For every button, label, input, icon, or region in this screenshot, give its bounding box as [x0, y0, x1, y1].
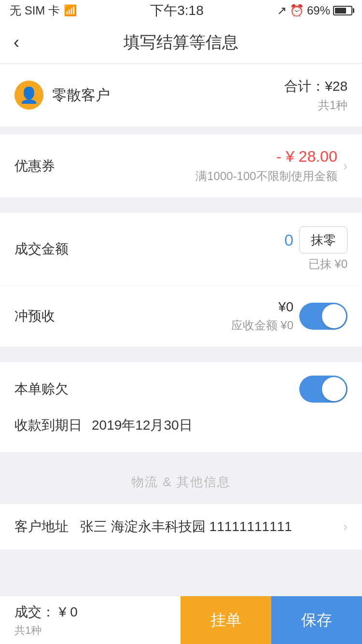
address-value: 张三 海淀永丰科技园 11111111111: [80, 518, 343, 536]
address-label: 客户地址: [14, 518, 69, 536]
transaction-right: 抹零 已抹 ¥0: [255, 226, 348, 272]
battery-icon: [333, 6, 352, 15]
due-date-value: 2019年12月30日: [92, 416, 193, 434]
bottom-transaction-amount: ¥ 0: [59, 604, 78, 619]
battery-percent: 69%: [307, 4, 330, 17]
content: 👤 零散客户 合计：¥28 共1种 优惠券 - ¥ 28.00 满1000-10…: [0, 64, 362, 598]
wifi-icon: 📶: [64, 4, 77, 17]
prepayment-values: ¥0 应收金额 ¥0: [231, 299, 293, 333]
bottom-bar: 成交： ¥ 0 共1种 挂单 保存: [0, 596, 362, 644]
debt-row: 本单赊欠: [14, 376, 348, 403]
prepayment-right: ¥0 应收金额 ¥0: [231, 299, 348, 333]
address-section[interactable]: 客户地址 张三 海淀永丰科技园 11111111111 ›: [0, 504, 362, 549]
avatar-icon: 👤: [19, 86, 39, 104]
customer-info: 👤 零散客户: [14, 81, 110, 110]
transaction-row: 成交金额 抹零 已抹 ¥0: [0, 213, 362, 286]
debt-section: 本单赊欠 收款到期日 2019年12月30日: [0, 362, 362, 452]
toggle-thumb: [322, 304, 346, 328]
prepayment-amount: ¥0: [278, 299, 293, 315]
already-rounded-label: 已抹 ¥0: [255, 256, 348, 272]
back-button[interactable]: ‹: [14, 32, 19, 53]
debt-toggle[interactable]: [299, 376, 348, 403]
transaction-values: 抹零 已抹 ¥0: [255, 226, 348, 272]
status-right: ↗ ⏰ 69%: [277, 4, 352, 17]
address-chevron-icon: ›: [343, 519, 348, 534]
location-icon: ↗: [277, 4, 287, 17]
due-date-label: 收款到期日: [14, 416, 82, 434]
transaction-amount-input[interactable]: [255, 231, 293, 250]
status-bar: 无 SIM 卡 📶 下午3:18 ↗ ⏰ 69%: [0, 0, 362, 21]
debt-date-row: 收款到期日 2019年12月30日: [14, 403, 348, 438]
customer-avatar: 👤: [14, 81, 43, 110]
debt-label: 本单赊欠: [14, 380, 69, 398]
coupon-discount: - ¥ 28.00: [195, 148, 337, 166]
divider-2: [0, 354, 362, 362]
status-time: 下午3:18: [150, 1, 204, 20]
customer-name: 零散客户: [52, 85, 110, 105]
coupon-values: - ¥ 28.00 满1000-100不限制使用金额: [195, 148, 337, 184]
customer-section: 👤 零散客户 合计：¥28 共1种: [0, 64, 362, 126]
nav-bar: ‹ 填写结算等信息: [0, 21, 362, 64]
nav-title: 填写结算等信息: [124, 31, 238, 54]
transaction-label: 成交金额: [14, 240, 69, 258]
coupon-section: 优惠券 - ¥ 28.00 满1000-100不限制使用金额 ›: [0, 134, 362, 197]
round-down-button[interactable]: 抹零: [299, 226, 348, 253]
coupon-right: - ¥ 28.00 满1000-100不限制使用金额 ›: [195, 148, 348, 184]
save-button[interactable]: 保存: [271, 596, 362, 644]
prepayment-toggle[interactable]: [299, 303, 348, 330]
bottom-transaction-line: 成交： ¥ 0: [14, 603, 181, 621]
status-left: 无 SIM 卡 📶: [10, 3, 77, 18]
coupon-chevron-icon: ›: [343, 158, 348, 174]
carrier-text: 无 SIM 卡: [10, 3, 60, 18]
bottom-info: 成交： ¥ 0 共1种: [0, 603, 181, 638]
coupon-row[interactable]: 优惠券 - ¥ 28.00 满1000-100不限制使用金额 ›: [0, 134, 362, 197]
transaction-section: 成交金额 抹零 已抹 ¥0 冲预收 ¥0 应收金额 ¥0: [0, 213, 362, 347]
coupon-label: 优惠券: [14, 157, 55, 175]
logistics-label: 物流 & 其他信息: [131, 474, 231, 490]
divider-3: [0, 460, 362, 467]
total-count: 共1种: [284, 98, 348, 113]
prepayment-row: 冲预收 ¥0 应收金额 ¥0: [0, 286, 362, 347]
debt-toggle-thumb: [322, 377, 346, 401]
alarm-icon: ⏰: [290, 4, 304, 17]
divider-4: [0, 496, 362, 504]
prepayment-label: 冲预收: [14, 307, 55, 325]
prepayment-sub: 应收金额 ¥0: [231, 318, 293, 333]
coupon-description: 满1000-100不限制使用金额: [195, 168, 337, 184]
bottom-count: 共1种: [14, 623, 181, 638]
logistics-divider: 物流 & 其他信息: [0, 467, 362, 496]
pending-order-button[interactable]: 挂单: [181, 596, 271, 644]
divider-1: [0, 205, 362, 213]
customer-total: 合计：¥28 共1种: [284, 77, 348, 113]
bottom-transaction-label: 成交：: [14, 604, 55, 619]
total-amount: 合计：¥28: [284, 77, 348, 96]
